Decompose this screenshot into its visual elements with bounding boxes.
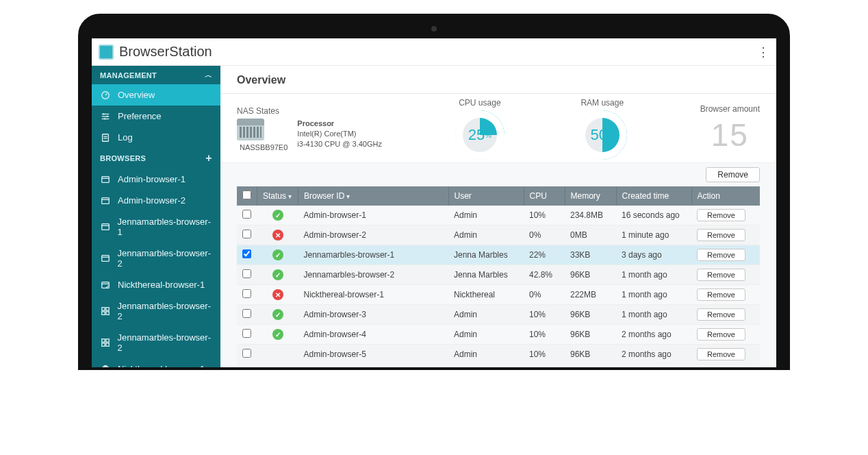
row-remove-button[interactable]: Remove	[697, 249, 745, 261]
row-remove-button[interactable]: Remove	[697, 269, 745, 281]
sidebar-browser-item[interactable]: Admin-browser-2	[92, 190, 220, 211]
row-checkbox[interactable]	[242, 309, 251, 318]
row-remove-button[interactable]: Remove	[697, 288, 745, 301]
sidebar-item-label: Jennamarbles-browser-2	[117, 332, 212, 353]
document-icon	[100, 133, 111, 143]
table-row[interactable]: ✓Admin-browser-1Admin10%234.8MB16 second…	[237, 206, 760, 225]
table-row[interactable]: ✓Jennamarbles-browser-2Jenna Marbles42.8…	[237, 265, 760, 285]
sidebar-item-label: Jennamarbles-browser-2	[117, 248, 212, 269]
page-title: Overview	[220, 66, 776, 94]
sidebar-browser-item[interactable]: Admin-browser-1	[92, 169, 220, 190]
plus-icon[interactable]: +	[205, 152, 212, 164]
cell-created: 16 seconds ago	[616, 206, 691, 225]
table-row[interactable]: ✕Admin-browser-2Admin0%0MB1 minute agoRe…	[237, 225, 760, 245]
row-checkbox[interactable]	[242, 210, 251, 219]
nas-name: NASSBB97E0	[240, 143, 288, 151]
sidebar-section-browsers[interactable]: BROWSERS +	[92, 148, 220, 169]
cell-memory: 222MB	[565, 285, 616, 305]
browser-amount-label: Browser amount	[700, 104, 760, 114]
sidebar-browser-item[interactable]: Jennamarbles-browser-2	[92, 243, 220, 274]
cell-memory: 96KB	[565, 265, 616, 285]
cell-cpu: 42.8%	[524, 265, 565, 285]
chevron-up-icon: ︿	[205, 70, 212, 80]
window-icon	[100, 222, 110, 232]
cell-memory: 234.8MB	[565, 206, 616, 225]
ram-usage-label: RAM usage	[580, 98, 624, 108]
filter-icon[interactable]: ▾	[346, 193, 350, 200]
svg-rect-24	[106, 312, 109, 315]
app-title: BrowserStation	[119, 44, 212, 60]
row-checkbox[interactable]	[242, 269, 251, 278]
table-row[interactable]: ✕Nickthereal-browser-1Nickthereal0%222MB…	[237, 285, 760, 305]
sidebar-item-label: Jennamarbles-browser-2	[117, 301, 212, 321]
filter-icon[interactable]: ▾	[288, 193, 292, 200]
processor-info: Processor Intel(R) Core(TM) i3-4130 CPU …	[297, 119, 382, 149]
svg-rect-23	[101, 312, 104, 315]
row-checkbox[interactable]	[242, 349, 251, 358]
row-remove-button[interactable]: Remove	[697, 209, 745, 221]
row-checkbox[interactable]	[242, 329, 251, 338]
row-checkbox[interactable]	[242, 289, 251, 298]
cell-cpu: 0%	[524, 225, 565, 245]
row-checkbox[interactable]	[242, 230, 251, 238]
sidebar-browser-item[interactable]: Jennamarbles-browser-2	[92, 295, 220, 327]
sidebar-section-management[interactable]: MANAGEMENT ︿	[92, 66, 220, 84]
window-icon	[100, 254, 110, 263]
table-row[interactable]: Admin-browser-5Admin10%96KB2 months agoR…	[237, 345, 760, 365]
status-ok-icon: ✓	[272, 210, 283, 221]
cell-cpu: 10%	[524, 206, 565, 225]
svg-rect-25	[101, 339, 104, 342]
svg-rect-21	[101, 308, 104, 310]
svg-rect-27	[101, 343, 104, 346]
table-row[interactable]: ✓Admin-browser-3Admin10%96KB1 month agoR…	[237, 305, 760, 325]
svg-rect-8	[103, 134, 109, 141]
cell-user: Admin	[448, 225, 524, 245]
sidebar-item-label: Nickthereal-browser-1	[118, 364, 205, 367]
select-all-checkbox[interactable]	[242, 190, 251, 199]
sidebar-browser-item[interactable]: Nickthereal-browser-1	[92, 274, 220, 295]
kebab-menu-icon[interactable]: ⋮	[757, 45, 769, 60]
sidebar-item-log[interactable]: Log	[92, 127, 220, 148]
sidebar-browser-item[interactable]: Nickthereal-browser-1	[92, 358, 220, 367]
cell-created: 2 months ago	[616, 365, 691, 368]
cell-browser-id: Admin-browser-3	[298, 305, 449, 325]
sidebar-browser-item[interactable]: Jennamarbles-browser-2	[92, 327, 220, 358]
cell-browser-id: Admin-browser-2	[298, 225, 449, 245]
cell-browser-id: Admin-browser-5	[298, 345, 449, 365]
cell-cpu: 10%	[524, 305, 565, 325]
table-row[interactable]: ✓Jennamarbles-browser-1Jenna Marbles22%3…	[237, 245, 760, 265]
cell-memory: 96KB	[565, 345, 616, 365]
sidebar-item-label: Admin-browser-1	[118, 174, 186, 184]
cell-created: 2 months ago	[616, 325, 691, 345]
row-remove-button[interactable]: Remove	[697, 308, 745, 321]
row-remove-button[interactable]: Remove	[697, 348, 745, 360]
cell-user: Jenna Marbles	[448, 265, 524, 285]
table-row[interactable]: ✓Admin-browser-6Admin10%96KB2 months ago…	[237, 365, 760, 368]
sidebar-item-overview[interactable]: Overview	[92, 84, 220, 106]
table-row[interactable]: ✓Admin-browser-4Admin10%96KB2 months ago…	[237, 325, 760, 345]
row-checkbox[interactable]	[242, 249, 251, 258]
sidebar-browser-item[interactable]: Jennamarbles-browser-1	[92, 211, 220, 243]
nas-states-label: NAS States	[237, 106, 279, 116]
cell-created: 3 days ago	[616, 245, 691, 265]
trash-icon	[100, 365, 111, 368]
cpu-usage-donut: 25%	[455, 110, 505, 160]
svg-rect-19	[102, 282, 110, 288]
status-ok-icon: ✓	[272, 249, 283, 260]
cell-user: Nickthereal	[448, 285, 524, 305]
window-icon	[100, 196, 111, 206]
status-error-icon: ✕	[272, 289, 283, 300]
sidebar-item-label: Nickthereal-browser-1	[118, 280, 205, 290]
svg-point-6	[106, 115, 107, 116]
status-ok-icon: ✓	[272, 309, 283, 320]
cell-user: Admin	[448, 206, 524, 225]
device-camera	[431, 26, 437, 32]
sidebar-item-preference[interactable]: Preference	[92, 106, 220, 127]
cell-memory: 96KB	[565, 365, 616, 368]
remove-button[interactable]: Remove	[706, 167, 760, 182]
row-remove-button[interactable]: Remove	[697, 328, 745, 341]
cell-created: 2 months ago	[616, 345, 691, 365]
row-remove-button[interactable]: Remove	[697, 229, 745, 241]
window-icon	[100, 175, 111, 184]
status-error-icon: ✕	[272, 230, 283, 241]
